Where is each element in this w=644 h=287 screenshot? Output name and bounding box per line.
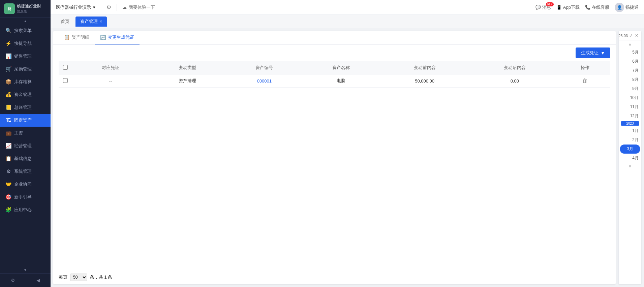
- tab-label: 资产管理: [80, 19, 98, 25]
- tab-home[interactable]: 首页: [56, 17, 74, 27]
- topbar-gear-button[interactable]: ⚙: [106, 4, 111, 10]
- date-scroll-up[interactable]: ▲: [619, 40, 641, 48]
- col-asset-name: 资产名称: [303, 61, 379, 74]
- tab-asset-management[interactable]: 资产管理 ×: [75, 17, 107, 27]
- sidebar-item-label: 新手引导: [14, 194, 32, 200]
- date-panel: 2023.03 ⤢ ✕ ▲ 5月 6月 7月 8月 9月 10月 11月 12月…: [618, 31, 641, 284]
- select-all-checkbox[interactable]: [63, 65, 68, 70]
- messages-button[interactable]: 💬 消息 99+: [535, 4, 551, 10]
- date-month-9[interactable]: 9月: [619, 84, 641, 93]
- sidebar-scroll-down[interactable]: ▼: [23, 267, 28, 273]
- topbar: 医疗器械行业演示 ▾ ⚙ ☁ 我要体验一下 💬 消息 99+ 📱 App下载 📞…: [51, 0, 644, 15]
- sub-tabs: 📋 资产明细 🔄 变更生成凭证: [53, 31, 616, 45]
- date-month-7[interactable]: 7月: [619, 66, 641, 75]
- cell-checkbox[interactable]: [59, 74, 72, 88]
- topbar-divider1: [101, 4, 101, 11]
- sidebar-item-label: 总账管理: [14, 104, 32, 110]
- search-icon: 🔍: [5, 28, 11, 34]
- company-selector[interactable]: 医疗器械行业演示 ▾: [56, 4, 95, 10]
- sidebar-item-label: 系统管理: [14, 168, 32, 174]
- date-panel-header: 2023.03 ⤢ ✕: [619, 31, 641, 40]
- sidebar-item-quicknav[interactable]: ⚡ 快捷导航: [0, 37, 51, 50]
- sidebar-item-label: 资金管理: [14, 92, 32, 98]
- date-scroll-down[interactable]: ▼: [619, 163, 641, 170]
- app-download-label: App下载: [563, 4, 580, 10]
- app-logo-icon: 财: [4, 3, 15, 14]
- cell-action[interactable]: 🗑: [560, 74, 610, 88]
- basics-icon: 📋: [5, 156, 11, 162]
- sidebar-item-funds[interactable]: 💰 资金管理: [0, 88, 51, 101]
- sidebar-item-inventory[interactable]: 📦 库存核算: [0, 75, 51, 88]
- date-month-5[interactable]: 5月: [619, 48, 641, 57]
- per-page-label: 每页: [59, 274, 67, 280]
- sidebar-item-ops[interactable]: 📈 经营管理: [0, 139, 51, 152]
- col-action: 操作: [560, 61, 610, 74]
- sidebar-item-purchase[interactable]: 🛒 采购管理: [0, 63, 51, 75]
- app-download-button[interactable]: 📱 App下载: [556, 4, 580, 10]
- per-page-select[interactable]: 50 10 20 100: [70, 274, 87, 281]
- sidebar-item-ledger[interactable]: 📒 总账管理: [0, 101, 51, 114]
- experience-cloud-icon: ☁: [122, 5, 127, 10]
- topbar-right: 💬 消息 99+ 📱 App下载 📞 在线客服 👤 畅捷通: [535, 3, 639, 12]
- date-month-3[interactable]: 3月: [620, 145, 640, 154]
- user-menu-button[interactable]: 👤 畅捷通: [615, 3, 639, 12]
- sidebar-item-apps[interactable]: 🧩 应用中心: [0, 203, 51, 216]
- sidebar-logo: 财 畅捷通好业财 普及版: [0, 0, 51, 18]
- sidebar-item-system[interactable]: ⚙ 系统管理: [0, 165, 51, 178]
- sidebar-item-basics[interactable]: 📋 基础信息: [0, 152, 51, 165]
- tab-close-button[interactable]: ×: [100, 19, 102, 24]
- cell-voucher: --: [72, 74, 149, 88]
- avatar: 👤: [615, 3, 624, 12]
- date-month-6[interactable]: 6月: [619, 57, 641, 66]
- cell-change-type: 资产清理: [149, 74, 226, 88]
- sidebar-item-collab[interactable]: 🤝 企业协同: [0, 178, 51, 191]
- sidebar-item-label: 采购管理: [14, 66, 32, 72]
- date-panel-header-label: 2023.03: [618, 34, 628, 38]
- inventory-icon: 📦: [5, 79, 11, 85]
- sidebar-item-label: 固定资产: [14, 117, 32, 123]
- sidebar-scroll-up[interactable]: ▲: [23, 19, 28, 24]
- topbar-experience-button[interactable]: ☁ 我要体验一下: [122, 4, 155, 10]
- collab-icon: 🤝: [5, 181, 11, 187]
- generate-voucher-button[interactable]: 生成凭证 ▼: [576, 47, 610, 58]
- user-name: 畅捷通: [625, 4, 639, 10]
- date-month-12[interactable]: 12月: [619, 111, 641, 121]
- sidebar-item-search[interactable]: 🔍 搜索菜单: [0, 24, 51, 37]
- online-service-label: 在线客服: [592, 4, 609, 10]
- sub-tab-change-voucher[interactable]: 🔄 变更生成凭证: [95, 31, 140, 44]
- ledger-icon: 📒: [5, 104, 11, 110]
- col-asset-code: 资产编号: [226, 61, 303, 74]
- table-row: -- 资产清理 000001 电脑 50,000.00 0.00 🗑: [59, 74, 610, 88]
- sidebar-collapse-button[interactable]: ◀: [34, 276, 43, 284]
- sidebar-item-payroll[interactable]: 💼 工资: [0, 127, 51, 139]
- sidebar-item-newbie[interactable]: 🎯 新手引导: [0, 191, 51, 203]
- table-header-row: 对应凭证 变动类型 资产编号 资产名称 变动前内容 变动后内容 操作: [59, 61, 610, 74]
- sub-tab-asset-detail[interactable]: 📋 资产明细: [59, 31, 95, 44]
- date-month-1[interactable]: 1月: [619, 126, 641, 135]
- date-panel-expand-button[interactable]: ⤢: [628, 32, 634, 39]
- sidebar-item-label: 库存核算: [14, 79, 32, 85]
- pagination-total: 条，共 1 条: [90, 274, 112, 280]
- col-before-change: 变动前内容: [380, 61, 470, 74]
- sidebar-item-label: 快捷导航: [14, 40, 32, 46]
- payroll-icon: 💼: [5, 130, 11, 136]
- sidebar-item-label: 基础信息: [14, 156, 32, 162]
- date-month-11[interactable]: 11月: [619, 102, 641, 111]
- tabbar: 首页 资产管理 ×: [51, 15, 644, 28]
- date-month-2[interactable]: 2月: [619, 135, 641, 145]
- date-month-4[interactable]: 4月: [619, 154, 641, 163]
- date-month-10[interactable]: 10月: [619, 93, 641, 102]
- sidebar-item-label: 销售管理: [14, 53, 32, 59]
- delete-row-button[interactable]: 🗑: [582, 78, 588, 84]
- online-service-button[interactable]: 📞 在线客服: [585, 4, 609, 10]
- date-panel-close-button[interactable]: ✕: [634, 32, 639, 39]
- funds-icon: 💰: [5, 92, 11, 98]
- cell-after-change: 0.00: [470, 74, 560, 88]
- sidebar-item-sales[interactable]: 📊 销售管理: [0, 50, 51, 63]
- sidebar-settings-button[interactable]: ⚙: [8, 276, 18, 284]
- topbar-divider2: [117, 4, 117, 11]
- table-body: -- 资产清理 000001 电脑 50,000.00 0.00 🗑: [59, 74, 610, 88]
- date-month-8[interactable]: 8月: [619, 75, 641, 84]
- sidebar-item-label: 应用中心: [14, 207, 32, 213]
- sidebar-item-fixed-assets[interactable]: 🏗 固定资产: [0, 114, 51, 127]
